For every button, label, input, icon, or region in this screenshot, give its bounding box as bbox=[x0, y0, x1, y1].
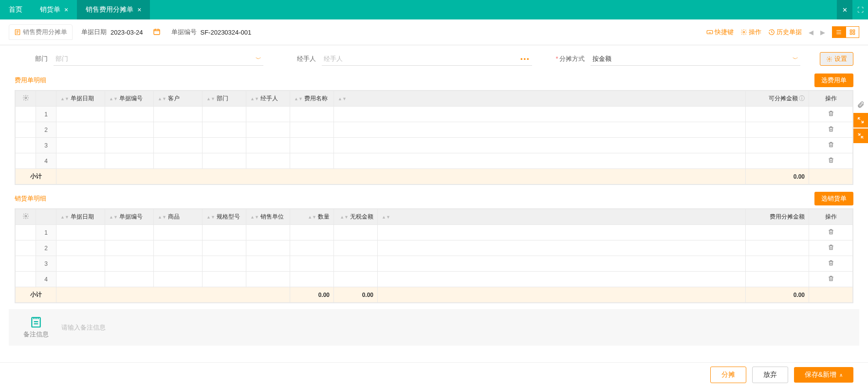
svg-rect-1 bbox=[154, 29, 160, 35]
delete-row-icon[interactable] bbox=[809, 225, 853, 240]
col-op: 操作 bbox=[809, 91, 853, 107]
col-cust[interactable]: ▲▼客户 bbox=[154, 91, 203, 107]
top-tab-bar: 首页 销货单× 销售费用分摊单× ✕ ⛶ bbox=[0, 0, 868, 19]
remarks-input[interactable] bbox=[61, 320, 845, 335]
date-value[interactable]: 2023-03-24 bbox=[111, 29, 143, 36]
col-pers[interactable]: ▲▼经手人 bbox=[246, 91, 290, 107]
history-icon bbox=[768, 29, 775, 36]
table-row[interactable]: 4 bbox=[16, 153, 853, 169]
table-row[interactable]: 2 bbox=[16, 240, 853, 256]
keyboard-icon bbox=[706, 29, 713, 36]
subtotal-alloc: 0.00 bbox=[746, 287, 809, 303]
col-empty[interactable]: ▲▼ bbox=[378, 209, 746, 225]
col-empty[interactable]: ▲▼ bbox=[334, 91, 746, 107]
chevron-down-icon[interactable]: ﹀ bbox=[256, 55, 261, 63]
close-icon[interactable]: × bbox=[64, 6, 68, 14]
svg-rect-5 bbox=[853, 30, 855, 32]
settings-button[interactable]: 设置 bbox=[820, 52, 853, 66]
delete-row-icon[interactable] bbox=[809, 138, 853, 153]
delete-row-icon[interactable] bbox=[809, 240, 853, 256]
col-op: 操作 bbox=[809, 209, 853, 225]
shortcut-button[interactable]: 快捷键 bbox=[706, 28, 734, 37]
ops-button[interactable]: 操作 bbox=[740, 28, 761, 37]
expand-icon[interactable] bbox=[853, 113, 868, 128]
col-unit[interactable]: ▲▼销售单位 bbox=[246, 209, 290, 225]
col-date[interactable]: ▲▼单据日期 bbox=[56, 209, 105, 225]
collapse-icon[interactable] bbox=[853, 129, 868, 143]
fee-section-title: 费用单明细 bbox=[15, 76, 46, 85]
delete-row-icon[interactable] bbox=[809, 153, 853, 169]
col-spec[interactable]: ▲▼规格型号 bbox=[203, 209, 246, 225]
svg-point-10 bbox=[25, 215, 27, 217]
table-row[interactable]: 4 bbox=[16, 272, 853, 287]
select-sales-button[interactable]: 选销货单 bbox=[814, 192, 853, 205]
method-input[interactable] bbox=[591, 52, 800, 66]
view-list-icon[interactable] bbox=[832, 26, 846, 38]
col-num[interactable]: ▲▼单据编号 bbox=[105, 91, 154, 107]
remarks-label: 备注信息 bbox=[23, 330, 49, 339]
attachment-icon[interactable] bbox=[853, 97, 868, 112]
gear-icon bbox=[740, 29, 747, 36]
table-row[interactable]: 2 bbox=[16, 122, 853, 138]
dept-label: 部门 bbox=[15, 55, 48, 63]
tab-home[interactable]: 首页 bbox=[0, 0, 31, 19]
gear-icon bbox=[826, 56, 832, 62]
window-close-icon[interactable]: ✕ bbox=[837, 0, 852, 19]
chevron-down-icon[interactable]: ﹀ bbox=[793, 55, 798, 63]
next-doc-icon[interactable]: ▶ bbox=[820, 29, 825, 36]
col-tax[interactable]: ▲▼无税金额 bbox=[334, 209, 378, 225]
delete-row-icon[interactable] bbox=[809, 122, 853, 138]
doc-type-tab[interactable]: 销售费用分摊单 bbox=[9, 24, 73, 40]
delete-row-icon[interactable] bbox=[809, 272, 853, 287]
col-fee[interactable]: ▲▼费用名称 bbox=[290, 91, 334, 107]
svg-point-9 bbox=[25, 97, 27, 99]
subtotal-label: 小计 bbox=[16, 169, 56, 184]
svg-rect-7 bbox=[853, 33, 855, 35]
svg-rect-2 bbox=[707, 31, 713, 34]
help-icon[interactable]: ⓘ bbox=[799, 95, 805, 102]
table-row[interactable]: 1 bbox=[16, 107, 853, 122]
col-allocable[interactable]: 可分摊金额ⓘ bbox=[746, 91, 809, 107]
toolbar: 销售费用分摊单 单据日期 2023-03-24 单据编号 SF-20230324… bbox=[0, 19, 868, 45]
handler-input[interactable] bbox=[322, 52, 532, 66]
col-num[interactable]: ▲▼单据编号 bbox=[105, 209, 154, 225]
notes-icon bbox=[30, 316, 42, 329]
col-dept[interactable]: ▲▼部门 bbox=[203, 91, 246, 107]
fullscreen-icon[interactable]: ⛶ bbox=[852, 0, 868, 19]
history-button[interactable]: 历史单据 bbox=[768, 28, 802, 37]
subtotal-tax: 0.00 bbox=[334, 287, 378, 303]
more-icon[interactable]: ••• bbox=[520, 55, 530, 63]
col-alloc[interactable]: 费用分摊金额 bbox=[746, 209, 809, 225]
right-rail bbox=[853, 97, 868, 144]
calendar-icon[interactable] bbox=[153, 28, 161, 37]
document-icon bbox=[14, 29, 21, 36]
close-icon[interactable]: × bbox=[137, 6, 141, 14]
prev-doc-icon[interactable]: ◀ bbox=[809, 29, 813, 36]
handler-field: 经手人 ••• bbox=[283, 52, 532, 66]
table-row[interactable]: 3 bbox=[16, 138, 853, 153]
col-good[interactable]: ▲▼商品 bbox=[154, 209, 203, 225]
fee-table: ▲▼单据日期 ▲▼单据编号 ▲▼客户 ▲▼部门 ▲▼经手人 ▲▼费用名称 ▲▼ … bbox=[15, 91, 853, 184]
remarks-section: 备注信息 bbox=[9, 309, 859, 346]
select-fee-button[interactable]: 选费用单 bbox=[814, 74, 853, 87]
col-qty[interactable]: ▲▼数量 bbox=[290, 209, 334, 225]
tab-sales[interactable]: 销货单× bbox=[31, 0, 77, 19]
svg-point-8 bbox=[829, 58, 830, 59]
view-grid-icon[interactable] bbox=[846, 26, 859, 38]
table-row[interactable]: 1 bbox=[16, 225, 853, 240]
dept-input[interactable] bbox=[54, 52, 263, 66]
table-row[interactable]: 3 bbox=[16, 256, 853, 272]
table-config-icon[interactable] bbox=[16, 91, 36, 107]
delete-row-icon[interactable] bbox=[809, 107, 853, 122]
svg-point-3 bbox=[743, 31, 745, 33]
row-index: 2 bbox=[36, 240, 56, 256]
col-date[interactable]: ▲▼单据日期 bbox=[56, 91, 105, 107]
row-index: 3 bbox=[36, 138, 56, 153]
subtotal-qty: 0.00 bbox=[290, 287, 334, 303]
view-toggle bbox=[832, 26, 859, 38]
table-config-icon[interactable] bbox=[16, 209, 36, 225]
handler-label: 经手人 bbox=[283, 55, 316, 63]
tab-allocation[interactable]: 销售费用分摊单× bbox=[77, 0, 150, 19]
dept-field: 部门 ﹀ bbox=[15, 52, 263, 66]
delete-row-icon[interactable] bbox=[809, 256, 853, 272]
